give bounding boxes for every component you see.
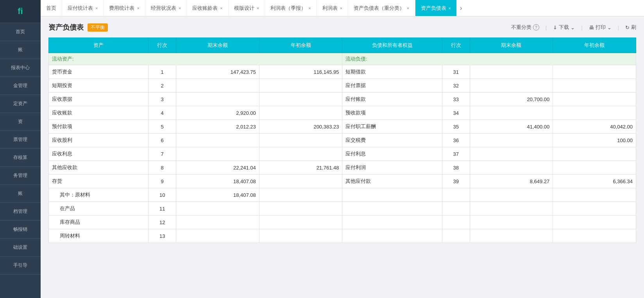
th-liability: 负债和所有者权益: [342, 38, 442, 53]
tab-operations-label: 经营状况表: [151, 5, 176, 12]
tab-balance-reclassified-close[interactable]: ×: [407, 6, 409, 11]
tab-expense-stats-close[interactable]: ×: [137, 6, 139, 11]
liability-end-balance: [470, 202, 553, 216]
tab-income-stmt-label: 利润表: [322, 5, 338, 12]
liability-end-balance: 8,649.27: [470, 175, 553, 188]
asset-name: 在产品: [49, 202, 148, 216]
asset-name: 存货: [49, 175, 148, 188]
asset-row-num: 1: [148, 65, 176, 79]
sidebar-item-invoice-mgmt[interactable]: 票管理: [0, 131, 41, 149]
liability-year-start: [553, 79, 636, 93]
asset-row-num: 13: [148, 229, 176, 243]
tab-payable-stats[interactable]: 应付统计表 ×: [62, 0, 104, 16]
liability-name: 应付职工薪酬: [342, 120, 442, 134]
liability-row-num: 37: [442, 147, 470, 161]
asset-name: 预付款项: [49, 120, 148, 134]
sidebar-item-fixed-assets[interactable]: 定资产: [0, 95, 41, 113]
sidebar-item-ledger[interactable]: 账: [0, 185, 41, 203]
liability-year-start: [553, 106, 636, 120]
th-asset: 资产: [49, 38, 148, 53]
tab-income-quarterly-close[interactable]: ×: [308, 6, 311, 11]
liability-end-balance: [470, 229, 553, 243]
sidebar-item-doc-mgmt[interactable]: 档管理: [0, 203, 41, 221]
asset-name: 应收账款: [49, 106, 148, 120]
no-reclassify-btn[interactable]: 不重分类 ?: [511, 24, 539, 31]
tab-home[interactable]: 首页: [41, 0, 62, 16]
sidebar-item-guide[interactable]: 手引导: [0, 257, 41, 275]
tab-balance-sheet-label: 资产负债表: [421, 5, 446, 12]
section-asset-label: 流动资产:: [49, 53, 342, 65]
tab-income-quarterly[interactable]: 利润表（季报） ×: [265, 0, 317, 16]
refresh-btn[interactable]: ↻ 刷: [625, 24, 636, 31]
no-reclassify-label: 不重分类: [511, 24, 531, 31]
tab-template-design-close[interactable]: ×: [257, 6, 259, 11]
print-btn[interactable]: 🖶 打印 ⌄: [589, 24, 612, 31]
liability-year-start: [553, 229, 636, 243]
tab-balance-reclassified[interactable]: 资产负债表（重分类） ×: [348, 0, 415, 16]
liability-name: 应付票据: [342, 79, 442, 93]
liability-row-num: 33: [442, 93, 470, 106]
liability-end-balance: [470, 216, 553, 229]
asset-name: 其他应收款: [49, 161, 148, 175]
tab-income-stmt-close[interactable]: ×: [340, 6, 342, 11]
help-icon[interactable]: ?: [533, 24, 539, 30]
tab-balance-sheet-close[interactable]: ×: [449, 6, 451, 11]
tab-payable-stats-close[interactable]: ×: [95, 6, 98, 11]
liability-name: [342, 216, 442, 229]
liability-year-start: [553, 147, 636, 161]
asset-row-num: 5: [148, 120, 176, 134]
page-title-area: 资产负债表 不平衡: [48, 23, 108, 32]
asset-year-start: [259, 79, 342, 93]
separator1: |: [546, 25, 547, 30]
table-row: 其他应收款 8 22,241.04 21,761.48 应付利润 38: [49, 161, 636, 175]
liability-name: 应付利润: [342, 161, 442, 175]
tab-expense-stats[interactable]: 费用统计表 ×: [104, 0, 145, 16]
liability-end-balance: [470, 134, 553, 147]
sidebar-item-account[interactable]: 账: [0, 41, 41, 59]
liability-end-balance: 20,700.00: [470, 93, 553, 106]
refresh-label: 刷: [631, 24, 636, 31]
sidebar-item-report-center[interactable]: 报表中心: [0, 59, 41, 77]
tab-template-design-label: 模版设计: [234, 5, 254, 12]
liability-year-start: 6,366.34: [553, 175, 636, 188]
tab-income-stmt[interactable]: 利润表 ×: [317, 0, 348, 16]
asset-end-balance: 22,241.04: [176, 161, 259, 175]
asset-row-num: 7: [148, 147, 176, 161]
liability-year-start: [553, 216, 636, 229]
asset-row-num: 3: [148, 93, 176, 106]
asset-year-start: [259, 188, 342, 202]
asset-end-balance: [176, 216, 259, 229]
separator3: |: [618, 25, 619, 30]
sidebar-item-tax-mgmt[interactable]: 务管理: [0, 167, 41, 185]
sidebar-item-expense[interactable]: 畅报销: [0, 221, 41, 239]
tab-operations[interactable]: 经营状况表 ×: [145, 0, 187, 16]
asset-end-balance: [176, 202, 259, 216]
tab-operations-close[interactable]: ×: [179, 6, 181, 11]
liability-year-start: [553, 161, 636, 175]
tab-income-quarterly-label: 利润表（季报）: [270, 5, 306, 12]
sidebar-item-capital[interactable]: 资: [0, 113, 41, 131]
liability-year-start: [553, 202, 636, 216]
download-btn[interactable]: ⇓ 下载 ⌄: [553, 24, 575, 31]
liability-name: 应付账款: [342, 93, 442, 106]
tab-payable-stats-label: 应付统计表: [68, 5, 93, 12]
tab-ar-aging[interactable]: 应收账龄表 ×: [187, 0, 228, 16]
tab-ar-aging-close[interactable]: ×: [220, 6, 222, 11]
page-title: 资产负债表: [48, 23, 84, 32]
tab-scroll-right[interactable]: ›: [457, 5, 465, 12]
liability-row-num: [442, 202, 470, 216]
liability-year-start: [553, 65, 636, 79]
asset-year-start: [259, 216, 342, 229]
liability-row-num: [442, 188, 470, 202]
sidebar-item-home[interactable]: 首页: [0, 23, 41, 41]
sidebar-item-inventory[interactable]: 存核算: [0, 149, 41, 167]
asset-year-start: 21,761.48: [259, 161, 342, 175]
tab-balance-sheet[interactable]: 资产负债表 ×: [415, 0, 457, 16]
tab-template-design[interactable]: 模版设计 ×: [229, 0, 265, 16]
asset-end-balance: [176, 93, 259, 106]
asset-row-num: 6: [148, 134, 176, 147]
liability-row-num: [442, 216, 470, 229]
sidebar-item-basic-settings[interactable]: 础设置: [0, 239, 41, 257]
sidebar-item-fund-mgmt[interactable]: 金管理: [0, 77, 41, 95]
asset-year-start: 200,383.23: [259, 120, 342, 134]
